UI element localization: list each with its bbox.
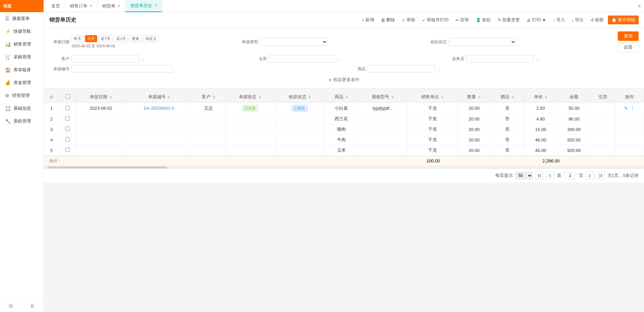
cell-checkbox[interactable]	[59, 145, 76, 156]
cell-actions[interactable]	[615, 124, 644, 135]
warehouse-dots[interactable]: ...	[338, 56, 342, 61]
export-button[interactable]: ↓ 导出	[569, 16, 587, 24]
date-more-btn[interactable]: 更多	[130, 35, 142, 42]
per-page-select[interactable]: 10 20 50 100	[515, 172, 533, 179]
sidebar-item-finance-mgmt[interactable]: 💰 资金管理	[0, 76, 44, 89]
product-input[interactable]	[368, 65, 435, 73]
show-detail-button[interactable]: 📋 显示明细	[608, 16, 639, 24]
next-page-btn[interactable]: ⟩	[586, 172, 594, 180]
more-icon[interactable]: ⋮	[630, 106, 635, 111]
cell-doc-no[interactable]	[126, 114, 192, 124]
col-amount[interactable]: 金额	[557, 91, 591, 103]
cell-quantity: 20.00	[457, 145, 491, 156]
tab-sales-delivery[interactable]: 销货单 ✕	[97, 0, 125, 12]
col-transaction[interactable]: 交货	[591, 91, 615, 103]
cell-checkbox[interactable]	[59, 124, 76, 135]
edit-icon[interactable]: ✎	[624, 106, 628, 111]
cell-checkbox[interactable]	[59, 114, 76, 124]
tab-sales-order[interactable]: 销售订单 ✕	[65, 0, 97, 12]
col-doc-date[interactable]: 单据日期 ⇅	[76, 91, 126, 103]
collapse-button[interactable]: ∧ 收起更多条件	[49, 75, 639, 84]
print-button[interactable]: 🖨 打印 ▼	[524, 16, 549, 24]
salesperson-dots[interactable]: ...	[536, 56, 539, 61]
cell-doc-date	[76, 135, 126, 145]
cell-actions[interactable]	[615, 114, 644, 124]
sidebar-item-system-mgmt[interactable]: 🔧 系统管理	[0, 115, 44, 128]
cell-doc-no[interactable]	[126, 124, 192, 135]
cell-actions[interactable]	[615, 145, 644, 156]
cell-actions[interactable]	[615, 135, 644, 145]
refresh-button[interactable]: ↺ 刷新	[588, 16, 607, 24]
table-header-row: ⚙ 单据日期 ⇅ 单据编号 ⇅ 客户 ⇅	[44, 91, 644, 103]
filter-area: 单据日期 昨天 今天 近7天 近1月 更多 自定义 2023-06-02 至 2…	[44, 27, 644, 88]
cell-amount: 920.00	[557, 145, 591, 156]
pause-bottom-icon[interactable]: ⏸	[30, 303, 35, 309]
tab-sales-delivery-close[interactable]: ✕	[117, 4, 120, 8]
set-button[interactable]: 设置	[618, 42, 639, 52]
settings-col-icon[interactable]: ⚙	[50, 95, 54, 100]
page-input[interactable]	[564, 172, 576, 179]
col-quantity[interactable]: 数量 ⇅	[457, 91, 491, 103]
col-unit-price[interactable]: 单价 ⇅	[524, 91, 557, 103]
horizontal-scrollbar[interactable]	[44, 166, 644, 168]
tab-sales-order-close[interactable]: ✕	[89, 4, 92, 8]
sidebar-item-basic-info[interactable]: 📋 基础信息	[0, 102, 44, 115]
cell-doc-no[interactable]	[126, 145, 192, 156]
col-doc-no[interactable]: 单据编号 ⇅	[126, 91, 192, 103]
col-spec-type[interactable]: 规格型号 ⇅	[358, 91, 408, 103]
col-product[interactable]: 商品 ⇅	[325, 91, 358, 103]
cell-checkbox[interactable]	[59, 103, 76, 114]
cell-actions[interactable]: ✎⋮	[615, 103, 644, 114]
query-button[interactable]: 查询	[618, 31, 639, 41]
select-all-checkbox[interactable]	[65, 94, 70, 99]
date-custom-btn[interactable]: 自定义	[143, 35, 159, 42]
col-checkbox[interactable]	[59, 91, 76, 103]
batch-change-button[interactable]: ✎ 批量变更	[495, 16, 523, 24]
product-dots[interactable]: ...	[437, 67, 441, 71]
date-7days-btn[interactable]: 近7天	[99, 35, 113, 42]
date-yesterday-btn[interactable]: 昨天	[72, 35, 84, 42]
sidebar-item-sales-mgmt[interactable]: 📊 销售管理	[0, 38, 44, 51]
col-collect-status[interactable]: 收款状态 ⇅	[275, 91, 325, 103]
customer-dots[interactable]: ...	[141, 56, 144, 61]
customer-input[interactable]	[72, 55, 139, 62]
first-page-btn[interactable]: ⟨⟨	[535, 172, 543, 180]
cell-doc-no[interactable]: SA-20230602-0	[126, 103, 192, 114]
sidebar-item-quick-nav[interactable]: ⚡ 快捷导航	[0, 25, 44, 38]
col-settings[interactable]: ⚙	[44, 91, 59, 103]
sidebar-item-purchase-mgmt[interactable]: 🛒 采购管理	[0, 51, 44, 63]
cell-quantity: 20.00	[457, 135, 491, 145]
page-header: 销货单历史 + 新增 🗑 删除 ✓ 审核 ✓ 审核并打印	[44, 12, 644, 27]
tab-sales-history-close[interactable]: ✕	[154, 3, 157, 8]
date-1month-btn[interactable]: 近1月	[114, 35, 128, 42]
cell-doc-no[interactable]	[126, 135, 192, 145]
warehouse-input[interactable]	[269, 55, 336, 62]
salesperson-input[interactable]	[466, 55, 534, 62]
col-customer[interactable]: 客户 ⇅	[192, 91, 225, 103]
discard-button[interactable]: ↩ 弃审	[453, 16, 472, 24]
audit-button[interactable]: ✓ 审核	[399, 16, 418, 24]
audit-print-button[interactable]: ✓ 审核并打印	[419, 16, 451, 24]
collect-button[interactable]: 💲 收款	[473, 16, 494, 24]
col-sales-unit[interactable]: 销售单位 ⇅	[408, 91, 457, 103]
tab-sales-history[interactable]: 销货单历史 ✕	[125, 0, 162, 12]
doc-no-input[interactable]	[72, 65, 173, 73]
sidebar-item-operations-mgmt[interactable]: ⚙ 经营管理	[0, 89, 44, 102]
col-doc-status[interactable]: 单据状态 ⇅	[225, 91, 275, 103]
cell-customer	[192, 135, 225, 145]
delete-button[interactable]: 🗑 删除	[378, 16, 398, 24]
import-button[interactable]: ↑ 导入	[550, 16, 568, 24]
collect-status-select[interactable]	[449, 38, 516, 46]
date-today-btn[interactable]: 今天	[85, 35, 97, 42]
sidebar-item-search-menu[interactable]: ☰ 搜索菜单	[0, 12, 44, 25]
tab-home[interactable]: 首页	[47, 0, 65, 12]
tab-bar-close-icon[interactable]: ✕	[637, 3, 641, 9]
cell-checkbox[interactable]	[59, 135, 76, 145]
doc-type-select[interactable]	[260, 38, 328, 46]
settings-bottom-icon[interactable]: ⚙	[8, 303, 13, 309]
sidebar-item-inventory[interactable]: 🏠 库存核算	[0, 63, 44, 76]
last-page-btn[interactable]: ⟩⟩	[597, 172, 605, 180]
new-button[interactable]: + 新增	[359, 16, 377, 24]
col-gift[interactable]: 赠品 ⇅	[491, 91, 524, 103]
prev-page-btn[interactable]: ⟨	[546, 172, 554, 180]
